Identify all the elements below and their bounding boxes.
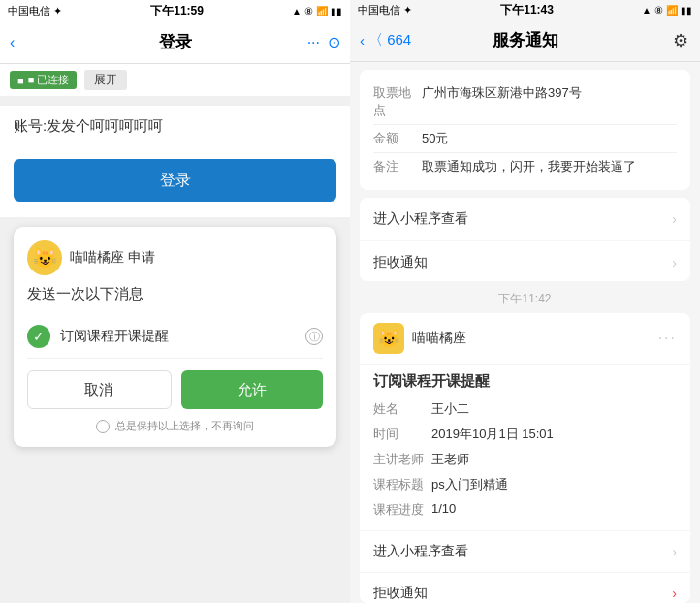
permission-avatar: 😺 (27, 240, 62, 275)
permission-footer-text: 总是保持以上选择，不再询问 (115, 419, 254, 433)
permission-buttons: 取消 允许 (27, 370, 323, 409)
signal-icon: ▲ (292, 6, 302, 16)
notif-detail-teacher: 主讲老师 王老师 (360, 447, 690, 472)
left-carrier: 中国电信 ✦ (8, 4, 62, 18)
view-chevron-icon: › (672, 211, 677, 227)
right-nav-bar: ‹ 〈 664 服务通知 ⚙ (350, 20, 700, 62)
connected-bar: ■ ■ 已连接 展开 (0, 64, 350, 96)
more-icon[interactable]: ··· (307, 34, 320, 51)
circle-icon[interactable]: ⊙ (328, 33, 340, 51)
right-wifi-icon: ⑧ (654, 5, 663, 16)
right-nav-title: 服务通知 (493, 29, 558, 51)
service-label-location: 取票地点 (373, 84, 422, 119)
permission-footer-circle (96, 420, 110, 433)
notif-value-teacher: 王老师 (431, 451, 469, 468)
left-nav-title: 登录 (159, 31, 192, 53)
notif-detail-time: 时间 2019年10月1日 15:01 (360, 422, 690, 447)
permission-dialog: 😺 喵喵橘座 申请 发送一次以下消息 ✓ 订阅课程开课提醒 ⓘ 取消 允许 总是… (14, 227, 336, 447)
permission-send-once-label: 发送一次以下消息 (27, 285, 323, 303)
service-row-amount: 金额 50元 (373, 125, 677, 153)
notification-action-rows: 进入小程序查看 › 拒收通知 › (360, 530, 690, 603)
notification-header: 😺 喵喵橘座 ··· (360, 313, 690, 365)
connected-dot: ■ (17, 75, 24, 86)
service-label-note: 备注 (373, 158, 422, 175)
right-panel: 中国电信 ✦ 下午11:43 ▲ ⑧ 📶 ▮▮ ‹ 〈 664 服务通知 ⚙ 取… (350, 0, 700, 603)
permission-app-name: 喵喵橘座 申请 (70, 249, 155, 267)
notif-value-name: 王小二 (431, 400, 469, 418)
service-value-amount: 50元 (422, 130, 677, 147)
login-button[interactable]: 登录 (14, 159, 336, 202)
left-time: 下午11:59 (150, 3, 204, 19)
permission-item-text: 订阅课程开课提醒 (60, 328, 296, 345)
left-chevron-icon: ‹ (10, 34, 15, 51)
left-back-button[interactable]: ‹ (10, 34, 15, 51)
expand-button[interactable]: 展开 (84, 70, 127, 90)
right-time: 下午11:43 (500, 2, 554, 18)
notification-title: 订阅课程开课提醒 (360, 365, 690, 397)
notif-view-chevron-icon: › (672, 544, 677, 559)
notif-action-view-label: 进入小程序查看 (373, 543, 468, 560)
wifi-icon: ⑧ (304, 6, 313, 16)
time-divider: 下午11:42 (350, 281, 700, 313)
right-status-icons: ▲ ⑧ 📶 ▮▮ (642, 5, 692, 16)
notif-label-name: 姓名 (373, 400, 431, 418)
permission-item: ✓ 订阅课程开课提醒 ⓘ (27, 315, 323, 359)
permission-header: 😺 喵喵橘座 申请 (27, 240, 323, 275)
account-text: 账号:发发个呵呵呵呵呵 (14, 117, 163, 134)
service-action-view[interactable]: 进入小程序查看 › (360, 198, 690, 241)
account-section: 账号:发发个呵呵呵呵呵 (0, 106, 350, 147)
right-chevron-icon: ‹ (360, 32, 365, 48)
notif-detail-progress: 课程进度 1/10 (360, 497, 690, 523)
service-action-rows: 进入小程序查看 › 拒收通知 › (360, 198, 690, 281)
right-back-label: 〈 664 (368, 31, 411, 49)
right-back-button[interactable]: ‹ 〈 664 (360, 31, 411, 49)
notification-more-icon[interactable]: ··· (658, 330, 677, 347)
service-action-reject[interactable]: 拒收通知 › (360, 241, 690, 281)
right-network-icon: 📶 (666, 5, 678, 16)
notif-detail-course: 课程标题 ps入门到精通 (360, 472, 690, 497)
left-panel: 中国电信 ✦ 下午11:59 ▲ ⑧ 📶 ▮▮ ‹ 登录 ··· ⊙ ■ ■ 已… (0, 0, 350, 603)
notif-value-time: 2019年10月1日 15:01 (431, 426, 554, 443)
network-icon: 📶 (316, 6, 328, 16)
right-signal-icon: ▲ (642, 5, 652, 16)
notif-label-teacher: 主讲老师 (373, 451, 431, 468)
service-value-note: 取票通知成功，闪开，我要开始装逼了 (422, 158, 677, 175)
connected-label: ■ 已连接 (28, 73, 70, 87)
permission-cancel-button[interactable]: 取消 (27, 370, 172, 409)
notif-value-course: ps入门到精通 (431, 476, 508, 493)
notif-detail-name: 姓名 王小二 (360, 397, 690, 422)
service-action-view-label: 进入小程序查看 (373, 210, 468, 228)
right-carrier: 中国电信 ✦ (358, 3, 412, 17)
service-card: 取票地点 广州市海珠区新港中路397号 金额 50元 备注 取票通知成功，闪开，… (360, 70, 690, 190)
right-battery-icon: ▮▮ (681, 5, 692, 16)
notif-action-reject-label: 拒收通知 (373, 585, 428, 602)
notification-avatar: 😺 (373, 323, 404, 354)
service-action-reject-label: 拒收通知 (373, 254, 428, 271)
right-status-bar: 中国电信 ✦ 下午11:43 ▲ ⑧ 📶 ▮▮ (350, 0, 700, 20)
left-nav-bar: ‹ 登录 ··· ⊙ (0, 21, 350, 64)
notif-label-progress: 课程进度 (373, 501, 431, 519)
notif-label-time: 时间 (373, 426, 431, 443)
notif-label-course: 课程标题 (373, 476, 431, 493)
login-button-wrapper: 登录 (0, 147, 350, 217)
left-status-icons: ▲ ⑧ 📶 ▮▮ (292, 6, 342, 16)
notif-value-progress: 1/10 (431, 501, 456, 519)
notification-sender-name: 喵喵橘座 (412, 330, 466, 347)
left-nav-right-icons: ··· ⊙ (307, 33, 340, 51)
connected-tag: ■ ■ 已连接 (10, 71, 77, 89)
service-row-note: 备注 取票通知成功，闪开，我要开始装逼了 (373, 153, 677, 180)
permission-allow-button[interactable]: 允许 (181, 370, 324, 409)
permission-footer: 总是保持以上选择，不再询问 (27, 419, 323, 433)
permission-info-icon[interactable]: ⓘ (305, 328, 323, 345)
service-row-location: 取票地点 广州市海珠区新港中路397号 (373, 79, 677, 125)
permission-check-icon: ✓ (27, 325, 50, 348)
reject-chevron-icon: › (672, 255, 677, 270)
left-status-bar: 中国电信 ✦ 下午11:59 ▲ ⑧ 📶 ▮▮ (0, 0, 350, 21)
gear-icon[interactable]: ⚙ (673, 30, 688, 51)
notif-reject-chevron-icon: › (672, 586, 677, 601)
notif-action-reject[interactable]: 拒收通知 › (360, 573, 690, 603)
notification-sender: 😺 喵喵橘座 (373, 323, 466, 354)
service-label-amount: 金额 (373, 130, 422, 147)
service-value-location: 广州市海珠区新港中路397号 (422, 84, 677, 119)
notif-action-view[interactable]: 进入小程序查看 › (360, 531, 690, 573)
